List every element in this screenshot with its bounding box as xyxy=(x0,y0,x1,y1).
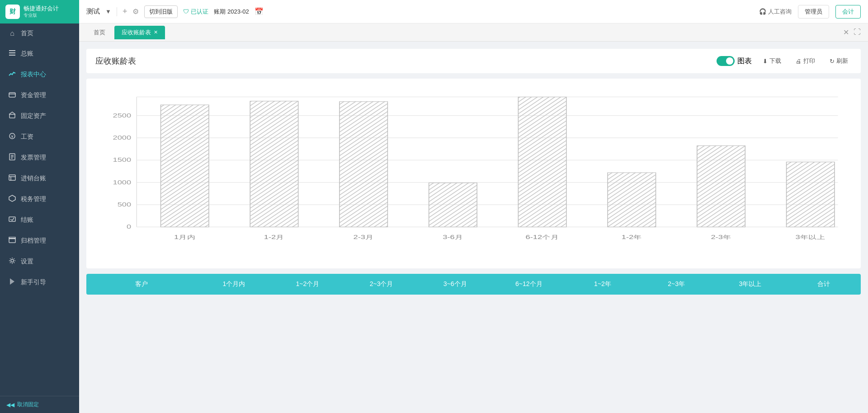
col-total: 合计 xyxy=(787,280,861,288)
col-1month: 1个月内 xyxy=(197,280,271,288)
page-title: 应收账龄表 xyxy=(95,56,136,66)
svg-point-22 xyxy=(11,259,14,262)
refresh-icon: ↻ xyxy=(830,58,835,65)
headset-icon: 🎧 xyxy=(759,8,766,15)
logo-text: 畅捷通好会计 专业版 xyxy=(24,5,59,19)
col-customer: 客户 xyxy=(86,280,197,288)
sidebar-item-guide[interactable]: 新手引导 xyxy=(0,272,79,293)
cancel-fixed-button[interactable]: ◀◀ 取消固定 xyxy=(0,396,79,413)
bar-6 xyxy=(608,173,656,227)
col-3plus-year: 3年以上 xyxy=(713,280,787,288)
sidebar-item-home[interactable]: ⌂ 首页 xyxy=(0,23,79,43)
invoice-icon xyxy=(8,153,16,162)
topbar: 测试 ▼ + ⚙ 切到旧版 🛡 已认证 账期 2023-02 📅 🎧 人工咨询 … xyxy=(79,0,868,23)
main-area: 测试 ▼ + ⚙ 切到旧版 🛡 已认证 账期 2023-02 📅 🎧 人工咨询 … xyxy=(79,0,868,413)
bar-chart: 0 500 1000 1500 2000 2500 1月内 1-2月 xyxy=(95,88,852,255)
salary-icon: ¥ xyxy=(8,132,16,141)
sidebar: 财 畅捷通好会计 专业版 ⌂ 首页 总账 报表中心 xyxy=(0,0,79,413)
switch-version-button[interactable]: 切到旧版 xyxy=(144,5,178,18)
print-button[interactable]: 🖨 打印 xyxy=(792,55,819,67)
svg-text:3-6月: 3-6月 xyxy=(443,234,463,240)
tax-icon xyxy=(8,195,16,204)
svg-rect-12 xyxy=(9,175,15,180)
svg-text:2500: 2500 xyxy=(113,113,132,118)
consult-button[interactable]: 🎧 人工咨询 xyxy=(759,8,792,16)
ledger-icon xyxy=(8,49,16,58)
certified-badge: 🛡 已认证 xyxy=(183,8,208,16)
bar-2 xyxy=(250,101,298,227)
svg-text:500: 500 xyxy=(118,202,132,207)
project-name: 测试 xyxy=(86,7,100,16)
content-area: 应收账龄表 图表 ⬇ 下载 🖨 打印 ↻ 刷新 xyxy=(79,42,868,413)
svg-text:2-3年: 2-3年 xyxy=(711,234,731,240)
bar-1 xyxy=(160,105,208,227)
svg-rect-5 xyxy=(9,114,15,118)
svg-text:1000: 1000 xyxy=(113,179,132,185)
sidebar-logo: 财 畅捷通好会计 专业版 xyxy=(0,0,79,23)
topbar-settings-icon[interactable]: ⚙ xyxy=(132,7,139,16)
tab-aging[interactable]: 应收账龄表 ✕ xyxy=(114,26,165,39)
topbar-right: 🎧 人工咨询 管理员 会计 xyxy=(759,5,861,19)
col-2-3month: 2~3个月 xyxy=(344,280,418,288)
archive-icon xyxy=(8,236,16,245)
svg-rect-3 xyxy=(9,93,15,97)
close-window-icon[interactable]: ✕ xyxy=(843,28,849,37)
download-icon: ⬇ xyxy=(763,58,768,65)
svg-marker-23 xyxy=(10,278,14,285)
svg-text:3年以上: 3年以上 xyxy=(796,234,826,240)
settings-icon xyxy=(8,257,16,266)
svg-marker-15 xyxy=(9,195,15,202)
sidebar-item-settings[interactable]: 设置 xyxy=(0,251,79,272)
table-area: 客户 1个月内 1~2个月 2~3个月 3~6个月 6~12个月 1~2年 2~… xyxy=(86,274,861,295)
tab-close-icon[interactable]: ✕ xyxy=(154,29,158,35)
sidebar-item-assets[interactable]: 固定资产 xyxy=(0,106,79,127)
chart-toggle[interactable] xyxy=(717,56,735,66)
funds-icon xyxy=(8,91,16,100)
tabbar-icons: ✕ ⛶ xyxy=(843,28,861,37)
sidebar-item-funds[interactable]: 资金管理 xyxy=(0,85,79,106)
sidebar-item-invoice[interactable]: 发票管理 xyxy=(0,147,79,168)
bar-3 xyxy=(340,102,387,227)
svg-text:2000: 2000 xyxy=(113,135,132,141)
bar-7 xyxy=(697,145,745,227)
col-6-12month: 6~12个月 xyxy=(492,280,566,288)
tabbar: 首页 应收账龄表 ✕ ✕ ⛶ xyxy=(79,23,868,42)
page-header: 应收账龄表 图表 ⬇ 下载 🖨 打印 ↻ 刷新 xyxy=(86,49,861,73)
sidebar-item-close[interactable]: 结账 xyxy=(0,210,79,230)
expand-icon[interactable]: ⛶ xyxy=(854,28,861,37)
shield-icon: 🛡 xyxy=(183,8,189,15)
svg-text:1月内: 1月内 xyxy=(174,234,196,240)
sidebar-item-reports[interactable]: 报表中心 xyxy=(0,64,79,85)
chart-area: 0 500 1000 1500 2000 2500 1月内 1-2月 xyxy=(86,79,861,268)
sidebar-item-ledger[interactable]: 总账 xyxy=(0,43,79,64)
bar-5 xyxy=(518,97,566,227)
refresh-button[interactable]: ↻ 刷新 xyxy=(826,55,852,67)
manager-button[interactable]: 管理员 xyxy=(798,5,829,19)
download-button[interactable]: ⬇ 下载 xyxy=(759,55,785,67)
col-2-3year: 2~3年 xyxy=(640,280,713,288)
topbar-sep-1 xyxy=(117,7,117,16)
svg-line-18 xyxy=(12,218,14,221)
svg-text:0: 0 xyxy=(127,224,132,230)
assets-icon xyxy=(8,112,16,121)
col-1-2year: 1~2年 xyxy=(566,280,639,288)
reports-icon xyxy=(8,70,16,79)
add-project-button[interactable]: + xyxy=(123,7,127,16)
chart-toggle-label: 图表 xyxy=(737,56,752,66)
sidebar-item-salary[interactable]: ¥ 工资 xyxy=(0,127,79,147)
svg-text:1-2年: 1-2年 xyxy=(622,234,642,240)
calendar-icon[interactable]: 📅 xyxy=(255,7,264,16)
project-dropdown[interactable]: ▼ xyxy=(105,8,111,15)
table-header: 客户 1个月内 1~2个月 2~3个月 3~6个月 6~12个月 1~2年 2~… xyxy=(86,274,861,295)
tab-home[interactable]: 首页 xyxy=(86,26,113,39)
svg-rect-2 xyxy=(9,55,15,56)
svg-text:¥: ¥ xyxy=(10,134,14,139)
chart-toggle-wrapper: 图表 xyxy=(717,56,752,66)
accountant-button[interactable]: 会计 xyxy=(835,5,861,19)
sidebar-item-archive[interactable]: 归档管理 xyxy=(0,230,79,251)
guide-icon xyxy=(8,278,16,287)
purchase-sales-icon xyxy=(8,174,16,183)
sidebar-item-purchase-sales[interactable]: 进销台账 xyxy=(0,168,79,189)
col-1-2month: 1~2个月 xyxy=(271,280,344,288)
sidebar-item-tax[interactable]: 税务管理 xyxy=(0,189,79,210)
